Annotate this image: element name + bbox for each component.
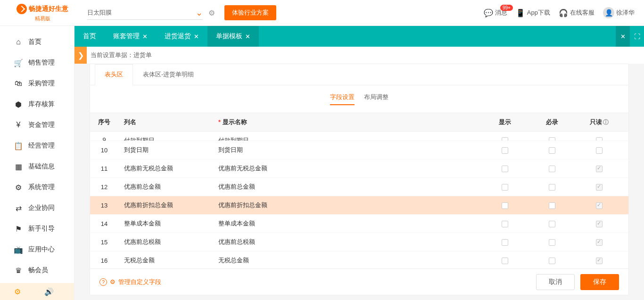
company-name: 日太阳膜 <box>87 8 112 17</box>
tab-0[interactable]: 首页 <box>74 26 105 47</box>
sidebar-icon: ♛ <box>14 266 23 275</box>
section-tab-0[interactable]: 表头区 <box>95 64 133 85</box>
cancel-button[interactable]: 取消 <box>536 274 575 290</box>
checkbox[interactable] <box>502 137 508 141</box>
checkbox[interactable] <box>549 221 555 227</box>
checkbox[interactable] <box>549 137 555 141</box>
tab-1[interactable]: 账套管理✕ <box>105 26 156 47</box>
sidebar-item-2[interactable]: 🛍采购管理 <box>0 73 74 94</box>
close-icon[interactable]: ✕ <box>194 33 199 40</box>
table-row[interactable]: 9付款到期日付款到期日 <box>90 132 628 141</box>
sidebar-item-1[interactable]: 🛒销售管理 <box>0 52 74 73</box>
expand-button[interactable]: ⛶ <box>630 26 644 47</box>
sidebar-item-11[interactable]: ♛畅会员 <box>0 260 74 281</box>
fields-table: 序号 列名 *显示名称 显示 必录 只读ⓘ 9付款到期日付款到期日10到货日期到… <box>90 113 628 268</box>
checkbox[interactable] <box>549 147 555 154</box>
cell-seq: 9 <box>90 132 118 141</box>
col-required: 必录 <box>528 113 576 131</box>
online-service-link[interactable]: 🎧 在线客服 <box>559 8 594 17</box>
sidebar-item-10[interactable]: 📺应用中心 <box>0 239 74 260</box>
cell-name: 优惠前总税额 <box>118 233 213 251</box>
checkbox[interactable] <box>502 184 508 191</box>
cell-display[interactable]: 无税总金额 <box>213 251 481 268</box>
app-download-link[interactable]: 📱 App下载 <box>516 8 550 17</box>
checkbox[interactable] <box>502 147 508 154</box>
checkbox[interactable] <box>596 184 603 191</box>
cell-required <box>528 252 576 268</box>
table-row[interactable]: 15优惠前总税额优惠前总税额 <box>90 233 628 251</box>
table-row[interactable]: 10到货日期到货日期 <box>90 141 628 159</box>
cell-display[interactable]: 付款到期日 <box>213 132 481 141</box>
sidebar-item-5[interactable]: 📋经营管理 <box>0 135 74 156</box>
experience-button[interactable]: 体验行业方案 <box>224 5 276 20</box>
sidebar-item-6[interactable]: ▦基础信息 <box>0 156 74 177</box>
close-icon[interactable]: ✕ <box>142 33 148 40</box>
checkbox[interactable] <box>596 137 603 141</box>
cell-display[interactable]: 优惠前总金额 <box>213 178 481 196</box>
sub-tab-1[interactable]: 布局调整 <box>364 93 388 105</box>
checkbox[interactable] <box>596 239 603 246</box>
cell-required <box>528 178 576 195</box>
footer-bar: ? ⚙ 管理自定义字段 取消 保存 <box>90 268 628 295</box>
top-header: 畅捷通好生意 精易版 日太阳膜 ⌄ ⚙ 体验行业方案 💬 消息 99+ 📱 Ap… <box>0 0 644 26</box>
col-name: 列名 <box>118 113 213 131</box>
manage-custom-fields-link[interactable]: ? ⚙ 管理自定义字段 <box>99 278 161 286</box>
company-selector[interactable]: 日太阳膜 ⌄ <box>87 6 203 20</box>
cell-display[interactable]: 整单成本金额 <box>213 215 481 233</box>
settings-icon[interactable]: ⚙ <box>14 287 21 296</box>
help-icon: ⓘ <box>603 119 609 125</box>
checkbox[interactable] <box>502 166 508 172</box>
checkbox[interactable] <box>502 239 508 246</box>
phone-icon: 📱 <box>516 8 525 17</box>
sidebar-label: 采购管理 <box>28 79 55 88</box>
messages-link[interactable]: 💬 消息 99+ <box>484 8 507 17</box>
table-row[interactable]: 11优惠前无税总金额优惠前无税总金额 <box>90 159 628 178</box>
cell-show <box>481 233 528 250</box>
checkbox[interactable] <box>502 221 508 227</box>
user-menu[interactable]: 👤 徐泽华 <box>603 7 635 18</box>
table-row[interactable]: 12优惠前总金额优惠前总金额 <box>90 178 628 196</box>
sidebar-item-7[interactable]: ⚙系统管理 <box>0 177 74 198</box>
sidebar-item-3[interactable]: ⬢库存核算 <box>0 94 74 115</box>
gear-icon[interactable]: ⚙ <box>208 8 215 17</box>
chevron-down-icon: ⌄ <box>196 8 203 18</box>
logo-subtitle: 精易版 <box>35 15 50 22</box>
save-button[interactable]: 保存 <box>580 274 619 290</box>
sub-tab-0[interactable]: 字段设置 <box>330 93 355 105</box>
checkbox[interactable] <box>549 239 555 246</box>
cell-required <box>528 233 576 250</box>
checkbox[interactable] <box>502 258 508 264</box>
checkbox[interactable] <box>596 147 603 154</box>
cell-display[interactable]: 优惠前总税额 <box>213 233 481 251</box>
cell-display[interactable]: 到货日期 <box>213 141 481 159</box>
cell-display[interactable]: 优惠前折扣总金额 <box>213 196 481 214</box>
checkbox[interactable] <box>596 221 603 227</box>
volume-icon[interactable]: 🔊 <box>44 287 54 296</box>
table-row[interactable]: 14整单成本金额整单成本金额 <box>90 215 628 233</box>
checkbox[interactable] <box>549 184 555 191</box>
tab-2[interactable]: 进货退货✕ <box>156 26 207 47</box>
cell-readonly <box>576 178 623 195</box>
checkbox[interactable] <box>502 202 508 209</box>
cell-show <box>481 197 528 214</box>
checkbox[interactable] <box>596 202 603 209</box>
header-right: 💬 消息 99+ 📱 App下载 🎧 在线客服 👤 徐泽华 <box>484 7 635 18</box>
close-icon[interactable]: ✕ <box>245 33 250 40</box>
table-row[interactable]: 16无税总金额无税总金额 <box>90 251 628 268</box>
close-tab-button[interactable]: ✕ <box>616 26 630 47</box>
cell-display[interactable]: 优惠前无税总金额 <box>213 159 481 177</box>
checkbox[interactable] <box>596 166 603 172</box>
sidebar-item-0[interactable]: ⌂首页 <box>0 32 74 52</box>
sidebar-label: 系统管理 <box>28 183 55 192</box>
sidebar-item-4[interactable]: ¥资金管理 <box>0 115 74 135</box>
checkbox[interactable] <box>549 258 555 264</box>
checkbox[interactable] <box>549 202 555 209</box>
sidebar-item-9[interactable]: ⚑新手引导 <box>0 218 74 239</box>
table-body[interactable]: 9付款到期日付款到期日10到货日期到货日期11优惠前无税总金额优惠前无税总金额1… <box>90 132 628 268</box>
checkbox[interactable] <box>596 258 603 264</box>
table-row[interactable]: 13优惠前折扣总金额优惠前折扣总金额 <box>90 196 628 215</box>
sidebar-item-8[interactable]: ⇄企业协同 <box>0 198 74 218</box>
section-tab-1[interactable]: 表体区-进货单明细 <box>133 64 204 85</box>
tab-3[interactable]: 单据模板✕ <box>207 26 259 47</box>
checkbox[interactable] <box>549 166 555 172</box>
